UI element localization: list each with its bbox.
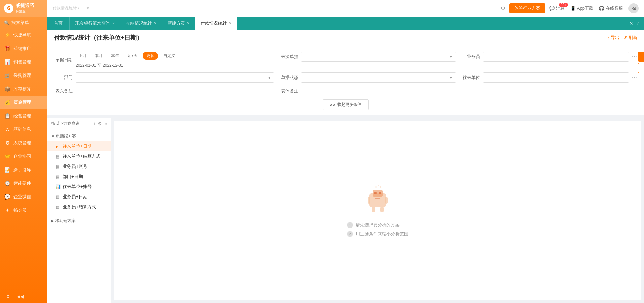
query-btn[interactable]: 查询 bbox=[638, 52, 644, 62]
sidebar-item-vip[interactable]: ✦ 畅会员 bbox=[0, 204, 47, 217]
service-btn[interactable]: 🎧 在线客服 bbox=[599, 5, 623, 11]
breadcrumb-path: 付款情况统计 / ... bbox=[53, 5, 84, 11]
filter-note-body-input[interactable] bbox=[301, 87, 456, 95]
filter-salesman-dots[interactable]: ··· bbox=[632, 54, 637, 60]
panel-item-counterpart-date[interactable]: ● 往来单位+日期 bbox=[47, 141, 111, 151]
sidebar-item-label: 快捷导航 bbox=[13, 32, 31, 38]
pc-section: ▼ 电脑端方案 ● 往来单位+日期 ▦ 往来单位+结算方式 ▦ 业务员+账号 bbox=[47, 129, 111, 214]
svg-rect-4 bbox=[375, 198, 380, 199]
panel-toolbar-btns: + ⚙ « bbox=[93, 121, 107, 126]
pc-section-header[interactable]: ▼ 电脑端方案 bbox=[47, 131, 111, 141]
mobile-section-header[interactable]: ▶ 移动端方案 bbox=[47, 216, 111, 226]
panel-item-counterpart-account[interactable]: 📊 往来单位+账号 bbox=[47, 182, 111, 192]
filter-counterpart-dots[interactable]: ··· bbox=[632, 74, 637, 81]
user-avatar[interactable]: Rit bbox=[628, 3, 639, 13]
panel-item-salesman-date[interactable]: ▦ 业务员+日期 bbox=[47, 192, 111, 202]
filter-source-select[interactable]: ▼ bbox=[301, 52, 456, 62]
filter-status-label: 单据状态 bbox=[280, 74, 298, 81]
panel-settings-btn[interactable]: ⚙ bbox=[98, 121, 102, 126]
filter-salesman-input[interactable] bbox=[483, 52, 629, 62]
filter-date-item: 单据日期 上月 本月 本年 近7天 更多 自定义 2022-01-01 至 20… bbox=[54, 52, 274, 68]
main-area: 付款情况统计 / ... ▼ ⚙ 体验行业方案 💬 消息 99+ 📱 App下载… bbox=[47, 0, 644, 303]
sidebar-item-purchase[interactable]: 🛒 采购管理 bbox=[0, 69, 47, 82]
search-icon: 🔍 bbox=[4, 20, 9, 25]
trial-btn[interactable]: 体验行业方案 bbox=[509, 3, 545, 13]
date-btn-7days[interactable]: 近7天 bbox=[124, 52, 141, 60]
settings-btn[interactable]: 设置 bbox=[638, 63, 644, 73]
counterpart-settle-icon: ▦ bbox=[55, 154, 61, 159]
tab-bank-close[interactable]: × bbox=[112, 21, 115, 26]
filter-date-label: 单据日期 bbox=[54, 57, 73, 63]
sidebar-logo: 6 畅捷通巧 标准版 bbox=[0, 0, 47, 17]
panel-item-salesman-account[interactable]: ▦ 业务员+账号 bbox=[47, 161, 111, 172]
filter-status-item: 单据状态 ▼ bbox=[280, 72, 456, 83]
date-btn-last-month[interactable]: 上月 bbox=[76, 52, 90, 60]
tab-bank[interactable]: 现金银行流水查询 × bbox=[70, 17, 120, 30]
tab-receipt[interactable]: 收款情况统计 × bbox=[120, 17, 162, 30]
filter-dept-select[interactable]: ▼ bbox=[76, 72, 274, 83]
tab-home[interactable]: 首页 bbox=[47, 17, 70, 30]
tab-controls: ✕ ⤢ bbox=[625, 17, 644, 30]
tab-new-plan[interactable]: 新建方案 × bbox=[162, 17, 195, 30]
source-arrow: ▼ bbox=[449, 55, 453, 59]
header-right: 💬 消息 99+ 📱 App下载 🎧 在线客服 Rit bbox=[549, 3, 639, 13]
sidebar-item-quicknav[interactable]: ⚡ 快捷导航 bbox=[0, 28, 47, 42]
sidebar-item-inventory[interactable]: 📦 库存核算 bbox=[0, 82, 47, 96]
add-plan-btn[interactable]: + bbox=[93, 121, 96, 126]
sidebar: 6 畅捷通巧 标准版 🔍 搜索菜单 ⚡ 快捷导航 🎁 营销推广 📊 销售管理 🛒… bbox=[0, 0, 47, 303]
pc-section-arrow: ▼ bbox=[51, 134, 55, 138]
filter-salesman-label: 业务员 bbox=[461, 54, 480, 60]
export-btn[interactable]: ↑ 导出 bbox=[607, 35, 620, 41]
panel-item-counterpart-settle[interactable]: ▦ 往来单位+结算方式 bbox=[47, 151, 111, 161]
app-download-btn[interactable]: 📱 App下载 bbox=[570, 5, 593, 11]
tab-receipt-close[interactable]: × bbox=[154, 21, 156, 26]
sidebar-item-label: 新手引导 bbox=[13, 167, 31, 173]
tab-payment-close[interactable]: × bbox=[229, 21, 231, 26]
search-menu[interactable]: 🔍 搜索菜单 bbox=[0, 17, 47, 28]
app-label: App下载 bbox=[577, 5, 593, 11]
sidebar-item-operation[interactable]: 📋 经营管理 bbox=[0, 109, 47, 123]
inventory-icon: 📦 bbox=[4, 86, 11, 92]
refresh-btn[interactable]: ↺ 刷新 bbox=[623, 35, 637, 41]
salesman-settle-label: 业务员+结算方式 bbox=[63, 204, 96, 210]
svg-rect-8 bbox=[380, 207, 384, 212]
search-menu-label: 搜索菜单 bbox=[11, 20, 29, 26]
sidebar-collapse-btn[interactable]: ◀◀ bbox=[15, 293, 26, 300]
sidebar-item-hardware[interactable]: ⌚ 智能硬件 bbox=[0, 177, 47, 190]
filter-counterpart-input[interactable] bbox=[483, 72, 629, 83]
sidebar-item-wechat[interactable]: 💬 企业微信 bbox=[0, 190, 47, 204]
baseinfo-icon: 🗂 bbox=[4, 126, 11, 133]
tab-maximize-btn[interactable]: ⤢ bbox=[636, 21, 640, 26]
sidebar-item-capital[interactable]: 💰 资金管理 bbox=[0, 96, 47, 109]
date-btn-this-month[interactable]: 本月 bbox=[92, 52, 106, 60]
sidebar-settings-btn[interactable]: ⚙ bbox=[4, 293, 12, 300]
quicknav-icon: ⚡ bbox=[4, 32, 11, 38]
filter-note-head-input[interactable] bbox=[76, 87, 274, 95]
tab-receipt-label: 收款情况统计 bbox=[126, 20, 152, 26]
sidebar-item-guide[interactable]: 📝 新手引导 bbox=[0, 163, 47, 177]
capital-icon: 💰 bbox=[4, 99, 11, 106]
collapse-arrow-icon: ∧∧ bbox=[330, 102, 336, 107]
sidebar-item-baseinfo[interactable]: 🗂 基础信息 bbox=[0, 123, 47, 136]
tab-new-plan-close[interactable]: × bbox=[187, 21, 189, 26]
tab-close-all-btn[interactable]: ✕ bbox=[629, 21, 633, 26]
tab-payment[interactable]: 付款情况统计 × bbox=[195, 17, 237, 30]
sidebar-item-sales[interactable]: 📊 销售管理 bbox=[0, 55, 47, 69]
panel-collapse-btn[interactable]: « bbox=[104, 121, 107, 126]
header-settings-icon[interactable]: ⚙ bbox=[501, 5, 505, 11]
collapse-conditions-btn[interactable]: ∧∧ 收起更多条件 bbox=[323, 99, 369, 110]
message-btn[interactable]: 💬 消息 99+ bbox=[549, 5, 565, 11]
panel-item-dept-date[interactable]: ▦ 部门+日期 bbox=[47, 172, 111, 182]
date-btn-this-year[interactable]: 本年 bbox=[108, 52, 122, 60]
date-btn-custom[interactable]: 自定义 bbox=[160, 52, 178, 60]
tab-spacer bbox=[237, 17, 625, 30]
tip-text-1: 请先选择要分析的方案 bbox=[356, 222, 400, 228]
sidebar-item-marketing[interactable]: 🎁 营销推广 bbox=[0, 42, 47, 55]
panel-item-salesman-settle[interactable]: ▦ 业务员+结算方式 bbox=[47, 202, 111, 212]
sidebar-item-system[interactable]: ⚙ 系统管理 bbox=[0, 136, 47, 150]
date-btn-more[interactable]: 更多 bbox=[143, 52, 158, 60]
filter-status-select[interactable]: ▼ bbox=[301, 72, 456, 83]
filter-dept-label: 部门 bbox=[54, 74, 73, 81]
sidebar-item-collab[interactable]: 🤝 企业协同 bbox=[0, 150, 47, 163]
date-range-text: 2022-01-01 至 2022-12-31 bbox=[76, 63, 274, 68]
